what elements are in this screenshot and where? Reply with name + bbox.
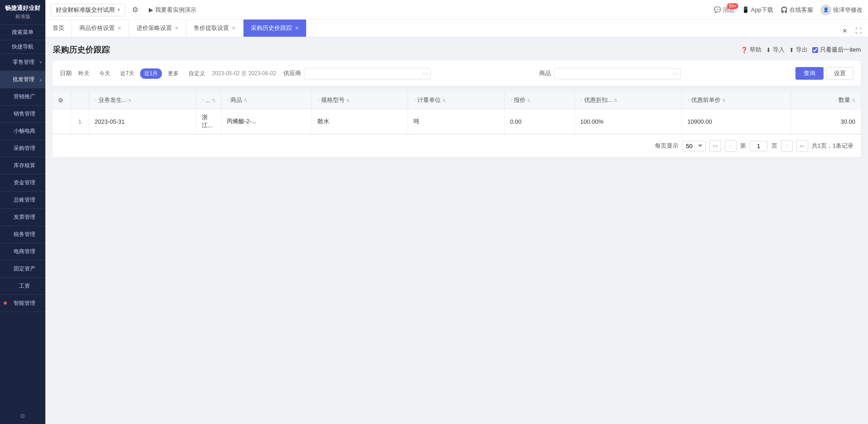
close-icon[interactable]: ✕ xyxy=(117,25,122,31)
sidebar-item-sales[interactable]: 销售管理 xyxy=(0,106,45,123)
sidebar-item-wholesale[interactable]: 批发管理 ▴ xyxy=(0,71,45,88)
date-btn-today[interactable]: 今天 xyxy=(95,68,114,79)
th-spec-up-icon[interactable]: ↑ xyxy=(317,98,320,103)
close-icon[interactable]: ✕ xyxy=(295,25,299,31)
td-pre-price: 10900.00 xyxy=(682,109,791,134)
export-button[interactable]: ⬆ 导出 xyxy=(789,46,808,54)
th-date: ↑ 业务发生... ⇅ xyxy=(89,92,196,109)
date-btn-1month[interactable]: 近1月 xyxy=(140,68,162,79)
page-number-input[interactable] xyxy=(750,141,768,151)
goods-dots-button[interactable]: ··· xyxy=(673,70,678,77)
th-col3: ↑ ... ⇅ xyxy=(196,92,221,109)
th-pre-price-sort-icon[interactable]: ⇅ xyxy=(722,98,726,103)
th-goods: ↑ 商品 ⇅ xyxy=(221,92,312,109)
close-icon[interactable]: ✕ xyxy=(175,25,179,31)
th-discount-sort-icon[interactable]: ⇅ xyxy=(614,98,617,103)
sidebar-item-ecom2[interactable]: 电商管理 xyxy=(0,243,45,260)
tab-purchase-history-label: 采购历史价跟踪 xyxy=(251,24,292,32)
supplier-dots-button[interactable]: ··· xyxy=(423,70,428,77)
supplier-input[interactable] xyxy=(304,68,431,79)
th-goods-up-icon[interactable]: ↑ xyxy=(227,98,229,103)
th-pre-price: ↑ 优惠前单价 ⇅ xyxy=(682,92,791,109)
th-price-sort-icon[interactable]: ⇅ xyxy=(527,98,531,103)
sidebar-item-quicknav[interactable]: 快捷导航 xyxy=(0,40,45,54)
user-info[interactable]: 👤 徐泽华修改 xyxy=(820,5,863,15)
th-goods-sort-icon[interactable]: ⇅ xyxy=(244,98,247,103)
th-price-up-icon[interactable]: ↑ xyxy=(510,98,512,103)
mobile-icon: 📱 xyxy=(742,6,749,13)
app-name: 畅捷通好业财 xyxy=(5,5,40,12)
th-col3-sort-icon[interactable]: ⇅ xyxy=(212,98,215,103)
product-selector[interactable]: 好业财标准版交付试用 ▾ xyxy=(51,4,125,16)
th-spec-sort-icon[interactable]: ⇅ xyxy=(346,98,350,103)
tabs-expand-button[interactable]: ⛶ xyxy=(853,25,864,37)
sidebar-item-retail[interactable]: 零售管理 ▾ xyxy=(0,54,45,71)
tab-home[interactable]: 首页 xyxy=(45,19,72,37)
th-unit-sort-icon[interactable]: ⇅ xyxy=(442,98,446,103)
sidebar-item-invoice[interactable]: 发票管理 xyxy=(0,209,45,226)
per-page-select[interactable]: 50 10 20 100 xyxy=(682,141,706,151)
tab-purchase-strategy[interactable]: 进价策略设置 ✕ xyxy=(129,19,186,37)
help-button[interactable]: ❓ 帮助 xyxy=(741,46,761,54)
topbar-settings-button[interactable]: ⚙ xyxy=(129,4,141,16)
sidebar-item-search[interactable]: 搜索菜单 xyxy=(0,25,45,40)
pagination: 每页显示 50 10 20 100 ⏮ ‹ 第 页 › ⏭ 共1页，1条记录 xyxy=(53,134,861,157)
import-label: 导入 xyxy=(773,46,785,54)
sidebar-item-inventory[interactable]: 库存核算 xyxy=(0,157,45,174)
only-last-checkbox[interactable] xyxy=(812,47,818,53)
th-date-sort-icon[interactable]: ⇅ xyxy=(128,98,132,103)
import-button[interactable]: ⬇ 导入 xyxy=(766,46,785,54)
last-page-button[interactable]: ⏭ xyxy=(796,140,808,152)
th-unit: ↑ 计量单位 ⇅ xyxy=(408,92,504,109)
th-col3-up-icon[interactable]: ↑ xyxy=(202,98,204,103)
app-download-button[interactable]: 📱 App下载 xyxy=(742,6,773,14)
prev-page-button[interactable]: ‹ xyxy=(725,140,736,152)
th-unit-up-icon[interactable]: ↑ xyxy=(414,98,416,103)
online-service-button[interactable]: 🎧 在线客服 xyxy=(780,6,813,14)
sidebar-item-finance[interactable]: 资金管理 xyxy=(0,174,45,192)
sidebar-item-payroll[interactable]: 工资 xyxy=(0,278,45,295)
first-page-button[interactable]: ⏮ xyxy=(709,140,721,152)
main-area: 好业财标准版交付试用 ▾ ⚙ ▶ 我要看实例演示 💬 消息 99+ 📱 App下… xyxy=(45,0,868,424)
date-btn-yesterday[interactable]: 昨天 xyxy=(74,68,93,79)
gear-icon[interactable]: ⚙ xyxy=(58,97,63,104)
sidebar-item-ledger[interactable]: 总账管理 xyxy=(0,192,45,209)
th-qty-up-icon[interactable]: ↑ xyxy=(835,98,837,103)
sidebar-item-smart[interactable]: 智能管理 xyxy=(0,295,45,312)
tabs-close-button[interactable]: ✕ xyxy=(839,25,851,37)
td-col3: 浙江... xyxy=(196,109,221,134)
date-btn-custom[interactable]: 自定义 xyxy=(185,68,209,79)
date-btn-more[interactable]: 更多 xyxy=(164,68,183,79)
tab-goods-price[interactable]: 商品价格设置 ✕ xyxy=(72,19,129,37)
only-last-toggle[interactable]: 只看最后一item xyxy=(812,46,861,54)
sidebar-item-tax[interactable]: 税务管理 xyxy=(0,226,45,243)
goods-input[interactable] xyxy=(554,68,681,79)
tab-sale-extract[interactable]: 售价提取设置 ✕ xyxy=(186,19,244,37)
goods-filter-group: 商品 ··· xyxy=(539,68,788,79)
demo-link[interactable]: ▶ 我要看实例演示 xyxy=(149,6,196,14)
th-pre-price-up-icon[interactable]: ↑ xyxy=(688,98,690,103)
query-button[interactable]: 查询 xyxy=(795,67,824,80)
message-icon: 💬 xyxy=(714,6,721,13)
settings-filter-button[interactable]: 设置 xyxy=(826,67,853,80)
sidebar-item-marketing[interactable]: 营销推广 xyxy=(0,88,45,106)
tab-sale-extract-label: 售价提取设置 xyxy=(194,24,229,32)
filter-actions: 查询 设置 xyxy=(795,67,853,80)
next-page-button[interactable]: › xyxy=(781,140,793,152)
sidebar-item-ecom[interactable]: 小畅电商 xyxy=(0,123,45,140)
sidebar-item-purchase[interactable]: 采购管理 xyxy=(0,140,45,157)
messages-button[interactable]: 💬 消息 99+ xyxy=(714,6,735,14)
page-unit-label: 页 xyxy=(771,142,777,150)
th-qty-sort-icon[interactable]: ⇅ xyxy=(852,98,855,103)
th-date-up-icon[interactable]: ↑ xyxy=(95,98,97,103)
close-icon[interactable]: ✕ xyxy=(232,25,236,31)
tabs-extra: ✕ ⛶ xyxy=(835,25,868,37)
date-btn-7days[interactable]: 近7天 xyxy=(116,68,138,79)
sidebar-settings-button[interactable]: ⚙ xyxy=(0,408,45,424)
th-discount-up-icon[interactable]: ↑ xyxy=(580,98,583,103)
sidebar: 畅捷通好业财 标准版 搜索菜单 快捷导航 零售管理 ▾ 批发管理 ▴ 营销推广 … xyxy=(0,0,45,424)
th-price: ↑ 报价 ⇅ xyxy=(504,92,575,109)
page-actions: ❓ 帮助 ⬇ 导入 ⬆ 导出 只看最后一item xyxy=(741,46,861,54)
tab-purchase-history[interactable]: 采购历史价跟踪 ✕ xyxy=(244,19,306,37)
sidebar-item-assets[interactable]: 固定资产 xyxy=(0,260,45,278)
